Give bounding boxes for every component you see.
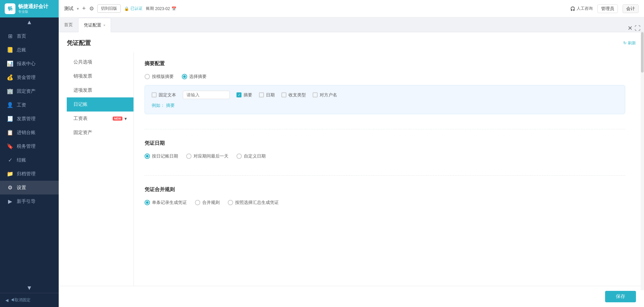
sidebar-item-label: 首页 bbox=[17, 33, 26, 39]
fixed-text-input[interactable] bbox=[183, 91, 230, 99]
summary-section: 摘要配置 按模版摘要 选择摘要 bbox=[145, 60, 625, 129]
radio-single-record[interactable]: 单条记录生成凭证 bbox=[145, 200, 187, 206]
sidebar-item-label: 税务管理 bbox=[17, 143, 36, 149]
tab-voucher-config[interactable]: 凭证配置 × bbox=[78, 18, 111, 32]
sidebar-item-finance[interactable]: 💰 资金管理 bbox=[0, 71, 59, 84]
sidebar-item-reports[interactable]: 📊 报表中心 bbox=[0, 57, 59, 71]
summary-config-box: 固定文本 摘要 日期 bbox=[145, 85, 625, 114]
radio-select-summary[interactable]: 选择摘要 bbox=[182, 74, 207, 80]
save-btn[interactable]: 保存 bbox=[605, 291, 636, 302]
left-nav: 公共选项 销项发票 进项发票 日记账 工资表 NEW ▾ bbox=[67, 52, 134, 300]
close-period-icon: ✓ bbox=[7, 157, 13, 163]
refresh-label: 刷新 bbox=[628, 40, 636, 46]
main-content: 凭证配置 ↻ 刷新 公共选项 销项发票 进项发票 日记账 bbox=[59, 32, 644, 307]
summary-title: 摘要配置 bbox=[145, 60, 625, 67]
period-value: 2023-02 bbox=[155, 6, 170, 11]
app-name: 畅捷通好会计 bbox=[18, 3, 48, 9]
invoice-icon: 🧾 bbox=[7, 116, 13, 122]
calendar-icon[interactable]: 📅 bbox=[171, 6, 176, 11]
consult-btn[interactable]: 🎧 人工咨询 bbox=[570, 6, 593, 11]
unpin-sidebar-btn[interactable]: ◀ ◀取消固定 bbox=[0, 293, 59, 307]
sidebar-item-guide[interactable]: ▶ 新手引导 bbox=[0, 194, 59, 208]
nav-item-journal[interactable]: 日记账 bbox=[67, 97, 133, 112]
logo-icon: 畅 bbox=[5, 3, 15, 14]
topbar: 测试 ▾ + ⚙ 切到旧版 🔒 已认证 账期 2023-02 📅 🎧 人工咨询 … bbox=[59, 0, 644, 17]
sidebar-item-home[interactable]: ⊞ 首页 bbox=[0, 29, 59, 43]
sidebar-item-ledger[interactable]: 📒 总账 bbox=[0, 43, 59, 57]
sidebar-item-assets[interactable]: 🏢 固定资产 bbox=[0, 84, 59, 98]
nav-item-purchase-invoice[interactable]: 进项发票 bbox=[67, 83, 133, 97]
radio-merge-rule[interactable]: 合并规则 bbox=[195, 200, 220, 206]
sidebar-item-label: 工资 bbox=[17, 102, 26, 108]
checkbox-fixed-text[interactable]: 固定文本 bbox=[152, 92, 176, 98]
checkbox-box bbox=[281, 92, 286, 97]
scroll-down-btn[interactable]: ▼ bbox=[0, 283, 59, 293]
certified-text: 已认证 bbox=[130, 6, 143, 11]
sidebar-item-tax[interactable]: 🔖 税务管理 bbox=[0, 139, 59, 153]
checkbox-summary[interactable]: 摘要 bbox=[236, 92, 252, 98]
checkbox-date[interactable]: 日期 bbox=[259, 92, 275, 98]
sidebar-item-settings[interactable]: ⚙ 设置 bbox=[0, 181, 59, 194]
merge-section: 凭证合并规则 单条记录生成凭证 合并规则 按照选择汇总生成凭证 bbox=[145, 186, 625, 222]
radio-circle bbox=[145, 74, 150, 79]
guide-icon: ▶ bbox=[7, 198, 13, 205]
sidebar-item-label: 进销台账 bbox=[17, 130, 36, 136]
old-version-btn[interactable]: 切到旧版 bbox=[97, 4, 121, 13]
radio-aggregate-selected[interactable]: 按照选择汇总生成凭证 bbox=[228, 200, 279, 206]
scrollbar-track bbox=[641, 32, 644, 290]
period-display: 账期 2023-02 📅 bbox=[146, 6, 176, 11]
radio-circle bbox=[228, 200, 233, 205]
close-window-btn[interactable]: ✕ bbox=[628, 25, 633, 32]
sidebar: 畅 畅捷通好会计 专业版 ▲ ⊞ 首页 📒 总账 📊 报表中心 💰 资金管理 🏢… bbox=[0, 0, 59, 307]
sidebar-item-label: 总账 bbox=[17, 47, 26, 53]
scrollbar-thumb[interactable] bbox=[641, 32, 644, 73]
radio-period-last-day[interactable]: 对应期间最后一天 bbox=[186, 153, 228, 159]
merge-radio-group: 单条记录生成凭证 合并规则 按照选择汇总生成凭证 bbox=[145, 200, 625, 206]
assets-icon: 🏢 bbox=[7, 88, 13, 94]
sidebar-item-label: 资金管理 bbox=[17, 75, 36, 81]
certified-badge: 🔒 已认证 bbox=[124, 6, 143, 11]
example-text: 例如： 摘要 bbox=[152, 102, 618, 108]
sidebar-item-label: 固定资产 bbox=[17, 88, 36, 94]
radio-template-summary[interactable]: 按模版摘要 bbox=[145, 74, 174, 80]
company-dropdown-icon[interactable]: ▾ bbox=[77, 6, 79, 11]
gear-btn[interactable]: ⚙ bbox=[89, 5, 94, 12]
radio-custom-date[interactable]: 自定义日期 bbox=[236, 153, 266, 159]
nav-item-public[interactable]: 公共选项 bbox=[67, 55, 133, 69]
page-title-text: 凭证配置 bbox=[67, 39, 91, 47]
tab-bar: 首页 凭证配置 × ✕ ⛶ bbox=[59, 17, 644, 32]
refresh-btn[interactable]: ↻ 刷新 bbox=[623, 40, 636, 46]
save-area: 保存 bbox=[59, 286, 644, 307]
radio-journal-date[interactable]: 按日记账日期 bbox=[145, 153, 178, 159]
sidebar-item-invoice[interactable]: 🧾 发票管理 bbox=[0, 112, 59, 126]
app-edition: 专业版 bbox=[18, 9, 48, 14]
tab-home[interactable]: 首页 bbox=[59, 17, 78, 32]
sidebar-item-label: 设置 bbox=[17, 185, 26, 191]
add-btn[interactable]: + bbox=[82, 5, 86, 12]
scroll-up-btn[interactable]: ▲ bbox=[0, 17, 59, 27]
checkbox-payment-type[interactable]: 收支类型 bbox=[281, 92, 306, 98]
nav-item-payroll[interactable]: 工资表 NEW ▾ bbox=[67, 112, 133, 126]
salary-icon: 👤 bbox=[7, 102, 13, 108]
date-section: 凭证日期 按日记账日期 对应期间最后一天 自定义日期 bbox=[145, 140, 625, 176]
checkbox-counterparty[interactable]: 对方户名 bbox=[313, 92, 337, 98]
sidebar-item-salesledger[interactable]: 📋 进销台账 bbox=[0, 126, 59, 139]
sidebar-nav: ⊞ 首页 📒 总账 📊 报表中心 💰 资金管理 🏢 固定资产 👤 工资 🧾 发票… bbox=[0, 27, 59, 283]
example-value: 摘要 bbox=[166, 103, 175, 108]
sidebar-item-close[interactable]: ✓ 结账 bbox=[0, 153, 59, 167]
sidebar-item-archive[interactable]: 📁 归档管理 bbox=[0, 167, 59, 181]
nav-item-fixed-assets[interactable]: 固定资产 bbox=[67, 126, 133, 140]
sidebar-item-label: 发票管理 bbox=[17, 116, 36, 122]
sidebar-item-salary[interactable]: 👤 工资 bbox=[0, 98, 59, 112]
shield-icon: 🔒 bbox=[124, 6, 129, 11]
right-content: 摘要配置 按模版摘要 选择摘要 bbox=[134, 52, 636, 300]
checkbox-box-checked bbox=[236, 92, 241, 97]
maximize-btn[interactable]: ⛶ bbox=[635, 25, 641, 32]
summary-checkboxes-row: 固定文本 摘要 日期 bbox=[152, 91, 618, 99]
nav-item-sales-invoice[interactable]: 销项发票 bbox=[67, 69, 133, 83]
reports-icon: 📊 bbox=[7, 60, 13, 67]
page-header: 凭证配置 ↻ 刷新 bbox=[67, 39, 636, 47]
sidebar-item-label: 新手引导 bbox=[17, 199, 36, 205]
checkbox-box bbox=[259, 92, 264, 97]
tab-close-btn[interactable]: × bbox=[103, 23, 105, 27]
